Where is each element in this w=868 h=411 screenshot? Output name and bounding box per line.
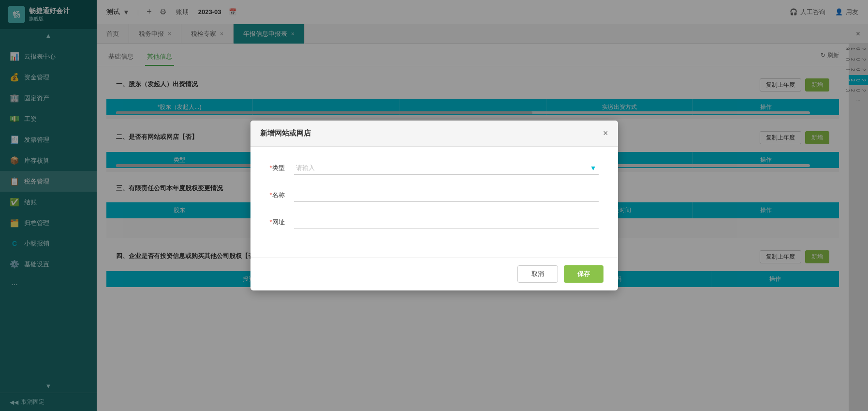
save-button[interactable]: 保存 (564, 265, 603, 283)
name-input-wrapper (294, 188, 599, 202)
name-required-star: * (270, 191, 272, 198)
form-group-type: *type类型 ▼ (270, 161, 599, 175)
modal-close-button[interactable]: × (603, 128, 608, 138)
type-required-star: * (270, 164, 272, 171)
url-input-wrapper (294, 215, 599, 229)
type-dropdown-arrow[interactable]: ▼ (590, 164, 597, 172)
type-label: *type类型 (270, 164, 294, 172)
name-input[interactable] (294, 188, 599, 201)
name-label: *名称 (270, 191, 294, 199)
modal-title: 新增网站或网店 (260, 129, 311, 138)
url-label: *网址 (270, 218, 294, 227)
url-input[interactable] (294, 215, 599, 228)
cancel-button[interactable]: 取消 (517, 265, 558, 283)
form-group-name: *名称 (270, 188, 599, 202)
modal-footer: 取消 保存 (250, 257, 618, 290)
url-required-star: * (270, 218, 272, 226)
modal-body: *type类型 ▼ *名称 *网址 (250, 147, 618, 257)
type-input[interactable] (294, 161, 599, 174)
modal-header: 新增网站或网店 × (250, 121, 618, 147)
modal-add-website: 新增网站或网店 × *type类型 ▼ *名称 (250, 121, 618, 290)
form-group-url: *网址 (270, 215, 599, 229)
modal-overlay[interactable]: 新增网站或网店 × *type类型 ▼ *名称 (0, 0, 868, 411)
type-input-wrapper: ▼ (294, 161, 599, 175)
